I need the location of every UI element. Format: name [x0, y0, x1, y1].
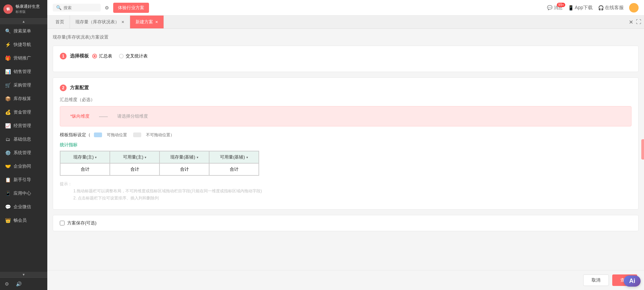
col4-chevron: ▾ [246, 155, 248, 159]
headset-icon: 🎧 [598, 5, 604, 10]
step2-title: 方案配置 [70, 85, 89, 91]
dimension-box[interactable]: *纵向维度 —— 请选择分组维度 [60, 106, 631, 126]
tab-close-btn[interactable]: ✕ [629, 19, 633, 25]
radio-summary-circle [92, 54, 97, 58]
cancel-button[interactable]: 取消 [583, 274, 609, 286]
sidebar-item-marketing[interactable]: 🎁 营销推广 [0, 51, 47, 65]
dimension-placeholder: 请选择分组维度 [117, 113, 148, 119]
sidebar-item-quick-nav[interactable]: ⚡ 快捷导航 [0, 38, 47, 51]
save-option: 方案保存(可选) [60, 220, 631, 226]
footer-bar: 取消 查询 [47, 270, 644, 290]
cooperation-icon: 🤝 [5, 163, 11, 169]
sidebar-item-inventory[interactable]: 📦 库存核算 [0, 92, 47, 105]
trial-button[interactable]: 体验行业方案 [113, 3, 149, 13]
tabbar: 首页 现存量（库存状况表） ✕ 新建方案 ✕ ✕ ⛶ [47, 16, 644, 29]
tab-expand-btn[interactable]: ⛶ [636, 19, 641, 25]
col4-header[interactable]: 可用量(基辅) ▾ [209, 151, 259, 163]
sidebar-item-operations[interactable]: 📈 经营管理 [0, 119, 47, 132]
col2-header[interactable]: 可用量(主) ▾ [110, 151, 159, 163]
fixed-badge [133, 132, 141, 137]
sidebar-item-cooperation[interactable]: 🤝 企业协同 [0, 160, 47, 173]
guide-icon: 📋 [5, 177, 11, 183]
speaker-footer-icon[interactable]: 🔊 [16, 281, 22, 287]
sidebar-item-guide[interactable]: 📋 新手引导 [0, 173, 47, 187]
tabbar-actions: ✕ ⛶ [629, 19, 644, 25]
dimension-separator: —— [99, 114, 108, 119]
sidebar-item-sales[interactable]: 📊 销售管理 [0, 65, 47, 78]
gear-icon: ⚙ [105, 5, 109, 10]
col1-header[interactable]: 现存量(主) ▾ [60, 151, 110, 163]
step1-card: 1 选择模板 汇总表 交叉统计表 [53, 46, 639, 72]
col4-data: 合计 [209, 163, 259, 175]
save-checkbox[interactable] [60, 221, 65, 225]
topbar-left: 🔍 ⚙ 体验行业方案 [53, 3, 149, 13]
col3-chevron: ▾ [197, 155, 198, 159]
dimension-required-label: *纵向维度 [70, 113, 90, 119]
sidebar-item-finance[interactable]: 💰 资金管理 [0, 105, 47, 119]
indicators-setting-prefix: 模板指标设定（ [60, 132, 91, 138]
tab-inventory-status[interactable]: 现存量（库存状况表） ✕ [70, 16, 130, 28]
sidebar-scroll-up[interactable]: ▲ [0, 19, 47, 24]
sidebar-item-search-menu[interactable]: 🔍 搜索菜单 [0, 24, 47, 38]
app-center-icon: 📱 [5, 190, 11, 196]
topbar-right: 💬 消息 99+ 📱 App下载 🎧 在线客服 [547, 3, 639, 13]
step2-number: 2 [60, 84, 67, 91]
purchase-icon: 🛒 [5, 82, 11, 88]
hint-2: 2. 点击标题栏下拉可设置排序、插入列和删除列 [60, 195, 631, 201]
right-scroll-handle[interactable] [641, 139, 644, 160]
ai-badge[interactable]: Ai [624, 275, 641, 287]
step1-number: 1 [60, 53, 67, 59]
search-input[interactable] [64, 5, 97, 10]
radio-cross[interactable]: 交叉统计表 [119, 53, 148, 59]
phone-icon: 📱 [568, 5, 574, 10]
sidebar-menu: 🔍 搜索菜单 ⚡ 快捷导航 🎁 营销推广 📊 销售管理 🛒 采购管理 📦 库存核… [0, 24, 47, 272]
online-service-btn[interactable]: 🎧 在线客服 [598, 5, 624, 11]
tab-inventory-close[interactable]: ✕ [121, 20, 124, 24]
sidebar-item-member[interactable]: 👑 畅会员 [0, 214, 47, 227]
step1-header: 1 选择模板 汇总表 交叉统计表 [60, 53, 631, 59]
stats-label: 统计指标 [60, 142, 631, 148]
sales-icon: 📊 [5, 69, 11, 75]
stats-table-data-row: 合计 合计 合计 合计 [60, 163, 259, 175]
save-option-card: 方案保存(可选) [53, 215, 639, 231]
system-icon: ⚙️ [5, 150, 11, 156]
search-menu-icon: 🔍 [5, 28, 11, 34]
col3-data: 合计 [159, 163, 209, 175]
sidebar-scroll-down[interactable]: ▼ [0, 272, 47, 277]
radio-cross-circle [119, 54, 124, 58]
col2-chevron: ▾ [145, 155, 146, 159]
sidebar-footer: ⚙ 🔊 [0, 277, 47, 290]
tab-new-plan-close[interactable]: ✕ [155, 20, 158, 24]
settings-footer-icon[interactable]: ⚙ [5, 281, 9, 287]
sidebar-item-app-center[interactable]: 📱 应用中心 [0, 187, 47, 200]
quick-nav-icon: ⚡ [5, 42, 11, 48]
topbar-search-box: 🔍 [53, 4, 101, 11]
radio-summary[interactable]: 汇总表 [92, 53, 112, 59]
col3-header[interactable]: 现存量(基辅) ▾ [159, 151, 209, 163]
operations-icon: 📈 [5, 123, 11, 129]
page-title: 现存量(库存状况表)方案设置 [53, 34, 639, 40]
inventory-icon: 📦 [5, 96, 11, 102]
marketing-icon: 🎁 [5, 55, 11, 61]
tab-new-plan[interactable]: 新建方案 ✕ [130, 16, 164, 28]
topbar: 🔍 ⚙ 体验行业方案 💬 消息 99+ 📱 App下载 🎧 在线客服 [47, 0, 644, 16]
content-area: 现存量(库存状况表)方案设置 1 选择模板 汇总表 交叉统计表 [47, 29, 644, 270]
col1-data: 合计 [60, 163, 110, 175]
tab-home[interactable]: 首页 [50, 16, 70, 28]
dimension-field-label: 汇总维度（必选） [60, 97, 631, 103]
sidebar-item-wechat[interactable]: 💬 企业微信 [0, 200, 47, 214]
save-option-label: 方案保存(可选) [67, 220, 97, 226]
app-download-btn[interactable]: 📱 App下载 [568, 5, 593, 11]
sidebar-item-system[interactable]: ⚙️ 系统管理 [0, 146, 47, 160]
messages-badge[interactable]: 💬 消息 99+ [547, 5, 563, 11]
brand-logo: 畅 [3, 4, 13, 14]
sidebar-item-basic-info[interactable]: 🗂 基础信息 [0, 132, 47, 146]
settings-icon-btn[interactable]: ⚙ [105, 5, 109, 10]
step2-header: 2 方案配置 [60, 84, 631, 91]
stats-table-header-row: 现存量(主) ▾ 可用量(主) ▾ [60, 151, 259, 163]
user-avatar[interactable] [629, 3, 639, 13]
search-icon: 🔍 [56, 5, 61, 10]
config-section: 汇总维度（必选） *纵向维度 —— 请选择分组维度 模板指标设定（ 可拖动位置 … [60, 97, 631, 201]
sidebar-item-purchase[interactable]: 🛒 采购管理 [0, 78, 47, 92]
indicators-setting: 模板指标设定（ 可拖动位置 不可拖动位置） [60, 132, 631, 138]
